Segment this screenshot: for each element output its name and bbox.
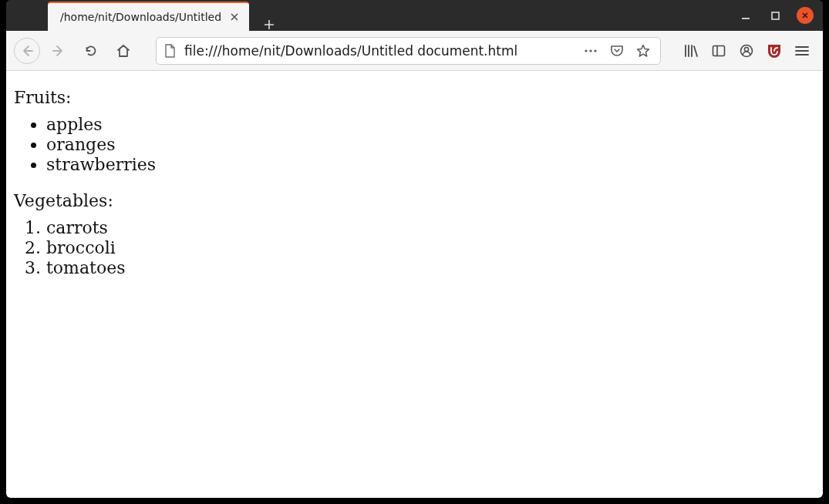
back-button[interactable] [14,38,40,64]
window-close-button[interactable] [797,7,814,24]
url-actions [580,43,654,59]
svg-point-6 [744,47,748,51]
svg-point-2 [589,49,591,52]
toolbar [6,31,823,71]
fruits-list: apples oranges strawberries [14,115,815,174]
account-icon [740,44,753,58]
plus-icon [263,18,275,31]
new-tab-button[interactable] [255,18,283,31]
star-icon [636,44,650,58]
reload-button[interactable] [77,37,105,65]
ublock-button[interactable] [766,42,783,59]
tab-title: /home/nit/Downloads/Untitled [60,11,221,23]
svg-rect-0 [772,12,779,19]
close-tab-button[interactable] [227,10,241,24]
toolbar-right-icons [673,42,815,59]
forward-arrow-icon [52,44,66,58]
list-item: strawberries [46,155,815,174]
url-bar[interactable] [156,37,661,65]
minimize-icon [740,10,751,21]
close-icon [801,12,809,19]
svg-rect-4 [713,45,725,55]
browser-tab[interactable]: /home/nit/Downloads/Untitled [48,2,249,31]
list-item: carrots [46,218,815,237]
fruits-heading: Fruits: [14,88,815,107]
reload-icon [84,44,98,58]
titlebar: /home/nit/Downloads/Untitled [6,0,823,31]
menu-button[interactable] [794,42,810,59]
maximize-icon [770,11,780,21]
svg-point-1 [585,49,587,52]
url-input[interactable] [184,43,572,59]
library-icon [683,44,699,58]
forward-button[interactable] [45,37,72,65]
list-item: tomatoes [46,258,815,277]
vegetables-heading: Vegetables: [14,191,815,210]
pocket-button[interactable] [609,43,625,59]
sidebar-button[interactable] [710,42,727,59]
hamburger-icon [795,45,809,56]
browser-window: /home/nit/Downloads/Untitled [6,0,823,498]
page-icon [163,44,177,58]
ublock-icon [766,42,783,59]
maximize-button[interactable] [767,8,783,23]
account-button[interactable] [738,42,755,59]
pocket-icon [610,45,624,57]
vegetables-list: carrots broccoli tomatoes [14,218,815,277]
bookmark-button[interactable] [635,43,651,59]
page-actions-button[interactable] [583,43,598,59]
ellipsis-icon [584,49,598,53]
sidebar-icon [712,45,726,57]
library-button[interactable] [682,42,699,59]
minimize-button[interactable] [738,8,753,23]
home-button[interactable] [110,37,137,65]
back-arrow-icon [20,44,34,58]
close-icon [230,12,239,22]
list-item: oranges [46,135,815,154]
window-controls [738,0,818,31]
home-icon [116,43,131,59]
page-content: Fruits: apples oranges strawberries Vege… [6,71,823,498]
list-item: broccoli [46,238,815,257]
list-item: apples [46,115,815,134]
tab-strip: /home/nit/Downloads/Untitled [6,0,283,31]
svg-point-3 [594,49,596,52]
